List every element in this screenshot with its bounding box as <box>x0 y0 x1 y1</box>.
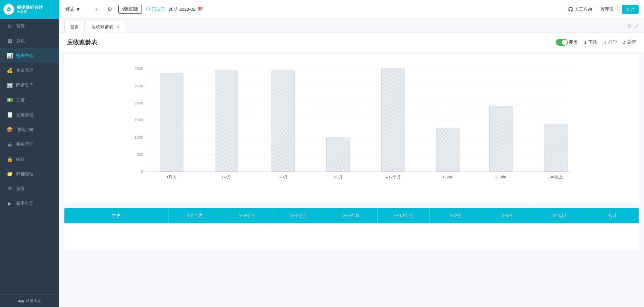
refresh-icon: ↺ <box>622 40 626 45</box>
svg-text:1月内: 1月内 <box>166 175 176 179</box>
sidebar-item-salary[interactable]: 💵 工资 <box>0 93 59 107</box>
tab-close-icon[interactable]: ✕ <box>116 25 119 29</box>
table-header-6: 1~2年 <box>430 208 482 223</box>
sidebar-item-settings[interactable]: ⚙ 设置 <box>0 181 59 196</box>
table-header-8: 3年以上 <box>534 208 587 223</box>
sidebar-item-label-close: 结账 <box>16 156 25 162</box>
chart-toggle[interactable]: 图表 <box>556 39 578 46</box>
pin-icon: ◀◀ <box>17 299 23 303</box>
svg-rect-18 <box>327 138 350 171</box>
settings-button[interactable]: ⚙ <box>105 5 114 14</box>
bar-chart: 0 500 1000 1500 2000 2500 2500 <box>85 61 625 189</box>
svg-text:3-6月: 3-6月 <box>333 175 343 179</box>
home-tab-label: 首页 <box>70 24 79 30</box>
sidebar-item-ledger[interactable]: ▦ 总账 <box>0 34 59 48</box>
svg-rect-19 <box>381 69 405 171</box>
tabbar: 首页 应收账龄表 ✕ ✕ ⤢ <box>59 19 644 33</box>
svg-text:2~3年: 2~3年 <box>495 175 506 179</box>
reports-icon: 📊 <box>7 53 13 59</box>
report-title: 应收账龄表 <box>67 38 97 46</box>
cancel-fixed-label: 取消固定 <box>25 298 42 304</box>
assets-icon: 🏢 <box>7 82 13 88</box>
add-button[interactable]: + <box>92 5 101 14</box>
salary-icon: 💵 <box>7 97 13 103</box>
headset-icon: 🎧 <box>568 7 573 12</box>
sidebar-item-tax[interactable]: 🏛 税务管理 <box>0 137 59 152</box>
print-button[interactable]: 🖨 打印 <box>602 39 617 45</box>
sidebar-item-archive[interactable]: 📁 归档管理 <box>0 167 59 181</box>
tax-icon: 🏛 <box>7 142 13 147</box>
table-header-2: 1~2个月 <box>221 208 273 223</box>
sidebar-logo: ♻ 畅捷通好会计 专业版 <box>0 0 59 19</box>
sidebar-item-assets[interactable]: 🏢 固定资产 <box>0 78 59 93</box>
sidebar-item-reports[interactable]: 📊 报表中心 <box>0 48 59 63</box>
table-header-5: 6~12个月 <box>378 208 430 223</box>
svg-text:2-3月: 2-3月 <box>278 175 288 179</box>
download-icon: ⬇ <box>583 40 587 45</box>
svg-text:2500: 2500 <box>135 84 143 88</box>
invoice-icon: 🧾 <box>7 112 13 118</box>
cancel-fixed-button[interactable]: ◀◀ 取消固定 <box>0 294 59 307</box>
svg-text:3年以上: 3年以上 <box>548 175 562 179</box>
role-button[interactable]: 会计 <box>622 5 639 14</box>
logo-sub: 专业版 <box>17 10 43 14</box>
close-panel-icon[interactable]: ✕ <box>627 23 632 29</box>
svg-text:500: 500 <box>137 152 143 157</box>
print-icon: 🖨 <box>602 40 607 45</box>
table-header: 客户1个月内1~2个月2~3个月3~6个月6~12个月1~2年2~3年3年以上合… <box>64 208 639 223</box>
calendar-icon[interactable]: 📅 <box>198 7 203 12</box>
sidebar-item-label-ledger: 总账 <box>16 38 25 44</box>
project-selector[interactable]: 测试 ▼ <box>64 6 80 12</box>
page-content: 应收账龄表 图表 ⬇ 下载 🖨 打印 ↺ 刷新 <box>59 33 644 307</box>
aging-table: 客户1个月内1~2个月2~3个月3~6个月6~12个月1~2年2~3年3年以上合… <box>64 208 639 250</box>
sidebar-item-label-purchase-sales: 进销台账 <box>16 127 34 133</box>
download-button[interactable]: ⬇ 下载 <box>583 39 597 45</box>
table-body <box>64 223 639 250</box>
svg-rect-15 <box>160 73 183 171</box>
refresh-button[interactable]: ↺ 刷新 <box>622 39 636 45</box>
report-actions: 图表 ⬇ 下载 🖨 打印 ↺ 刷新 <box>556 39 636 46</box>
tab-aging[interactable]: 应收账龄表 ✕ <box>86 21 125 33</box>
shield-icon: 🛡 <box>146 7 150 12</box>
switch-version-button[interactable]: 切到旧版 <box>118 5 142 14</box>
table-header-4: 3~6个月 <box>325 208 378 223</box>
sidebar-item-label-salary: 工资 <box>16 97 25 103</box>
expand-icon[interactable]: ⤢ <box>634 23 639 29</box>
certified-badge: 🛡 已认证 <box>146 6 165 12</box>
report-header: 应收账龄表 图表 ⬇ 下载 🖨 打印 ↺ 刷新 <box>59 33 644 52</box>
table-header-3: 2~3个月 <box>273 208 326 223</box>
aging-tab-label: 应收账龄表 <box>92 24 113 30</box>
svg-rect-16 <box>215 71 238 171</box>
svg-text:0: 0 <box>141 169 143 173</box>
user-button[interactable]: 管理员 <box>596 5 618 14</box>
sidebar-item-close[interactable]: 🔒 结账 <box>0 152 59 167</box>
sidebar-item-label-reports: 报表中心 <box>16 53 34 59</box>
close-icon: 🔒 <box>7 156 13 162</box>
chart-svg: 0 500 1000 1500 2000 2500 2500 <box>85 61 625 189</box>
svg-text:1-2月: 1-2月 <box>221 175 231 179</box>
sidebar-nav: ⊙ 首页 ▦ 总账 📊 报表中心 💰 资金管理 🏢 固定资产 💵 工资 🧾 发票… <box>0 19 59 294</box>
sidebar-item-label-invoice: 发票管理 <box>16 112 34 118</box>
ledger-icon: ▦ <box>7 38 13 44</box>
toggle-track[interactable] <box>556 39 568 46</box>
sidebar-item-label-assets: 固定资产 <box>16 82 34 88</box>
logo-main: 畅捷通好会计 <box>17 5 43 10</box>
sidebar-item-home[interactable]: ⊙ 首页 <box>0 19 59 34</box>
sidebar-item-purchase-sales[interactable]: 📦 进销台账 <box>0 122 59 137</box>
archive-icon: 📁 <box>7 171 13 177</box>
sidebar-item-funds[interactable]: 💰 资金管理 <box>0 63 59 78</box>
sidebar-item-label-tax: 税务管理 <box>16 141 34 147</box>
main-content: 测试 ▼ + ⚙ 切到旧版 🛡 已认证 账期 2023-02 📅 🎧 人工咨询 … <box>59 0 644 307</box>
sidebar: ♻ 畅捷通好会计 专业版 ⊙ 首页 ▦ 总账 📊 报表中心 💰 资金管理 🏢 固… <box>0 0 59 307</box>
svg-text:2500: 2500 <box>135 66 143 71</box>
tab-home[interactable]: 首页 <box>64 21 85 33</box>
service-button[interactable]: 🎧 人工咨询 <box>568 6 592 12</box>
funds-icon: 💰 <box>7 68 13 74</box>
sidebar-item-newbie[interactable]: ▶ 新手引导 <box>0 196 59 211</box>
chart-area: 0 500 1000 1500 2000 2500 2500 <box>64 55 639 203</box>
svg-text:2000: 2000 <box>135 101 143 105</box>
period-display: 账期 2023-02 📅 <box>169 6 203 12</box>
svg-text:1000: 1000 <box>135 135 143 139</box>
sidebar-item-invoice[interactable]: 🧾 发票管理 <box>0 107 59 122</box>
table-header-0: 客户 <box>64 208 169 223</box>
